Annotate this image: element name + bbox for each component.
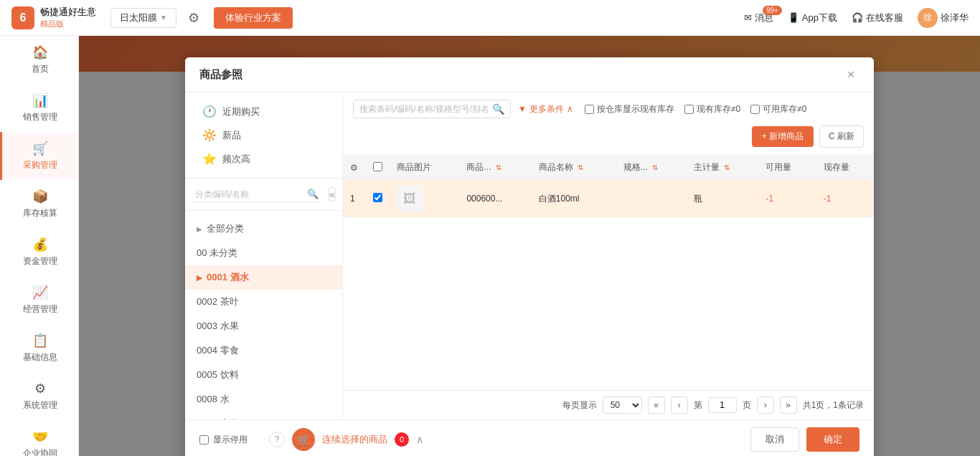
check-available-not-zero[interactable]: 现有库存≠0: [684, 103, 740, 115]
category-0005[interactable]: 0005 饮料: [185, 363, 342, 387]
product-search-icon[interactable]: 🔍: [492, 103, 504, 115]
category-search-icon[interactable]: 🔍: [307, 189, 319, 199]
logo: 6 畅捷通好生意 精品版: [11, 6, 96, 29]
category-0005-label: 0005 饮料: [197, 369, 239, 381]
category-0003[interactable]: 0003 水果: [185, 314, 342, 338]
all-arrow: ▶: [197, 225, 202, 233]
th-unit[interactable]: 主计量 ⇅: [687, 156, 759, 180]
selected-products-text: 连续选择的商品: [322, 433, 387, 446]
col-spec-sort: ⇅: [652, 163, 658, 171]
row-stock: -1: [816, 180, 874, 218]
message-badge: 99+: [763, 6, 782, 15]
store-name: 日太阳膜: [120, 11, 157, 24]
sidebar-item-finance[interactable]: 💰 资金管理: [0, 228, 78, 276]
refresh-btn[interactable]: C 刷新: [819, 125, 864, 148]
store-selector[interactable]: 日太阳膜 ▼: [110, 8, 176, 28]
frequent-label: 频次高: [222, 153, 250, 166]
check-usable-label: 可用库存≠0: [763, 103, 806, 115]
operations-icon: 📈: [32, 285, 48, 300]
warehouse-checkbox[interactable]: [585, 105, 594, 114]
table-row[interactable]: 1 🖼 000600... 白酒100ml: [343, 180, 874, 218]
logo-sub: 精品版: [40, 19, 96, 29]
add-product-btn[interactable]: + 新增商品: [752, 126, 814, 147]
last-page-btn[interactable]: »: [780, 396, 797, 414]
sidebar-item-basic[interactable]: 📋 基础信息: [0, 324, 78, 372]
sidebar-label-purchase: 采购管理: [23, 159, 57, 171]
home-icon: 🏠: [32, 44, 48, 60]
product-search-input[interactable]: [359, 104, 492, 114]
filter-more-btn[interactable]: ▼ 更多条件 ∧: [518, 103, 573, 115]
sidebar-item-home[interactable]: 🏠 首页: [0, 36, 78, 84]
cart-btn[interactable]: 🛒: [292, 428, 315, 451]
message-btn[interactable]: ✉ 消息 99+: [744, 11, 773, 24]
th-image: 商品图片: [390, 156, 459, 180]
column-settings-icon[interactable]: ⚙: [350, 163, 358, 173]
category-0004[interactable]: 0004 零食: [185, 338, 342, 363]
category-0010[interactable]: 0010 家电: [185, 412, 342, 419]
product-search-wrap: 🔍: [353, 100, 511, 118]
page-size-label: 每页显示: [562, 399, 597, 412]
category-0002[interactable]: 0002 茶叶: [185, 290, 342, 314]
selected-count-badge: 0: [395, 432, 409, 447]
check-by-warehouse[interactable]: 按仓库显示现有库存: [585, 103, 674, 115]
th-check: [366, 156, 390, 180]
th-code[interactable]: 商品... ⇅: [459, 156, 531, 180]
product-table-wrap: ⚙ 商品图片 商品... ⇅: [343, 156, 874, 390]
confirm-btn[interactable]: 确定: [806, 427, 859, 452]
category-00[interactable]: 00 未分类: [185, 241, 342, 265]
purchase-icon: 🛒: [32, 141, 48, 156]
th-spec[interactable]: 规格... ⇅: [616, 156, 687, 180]
product-table: ⚙ 商品图片 商品... ⇅: [343, 156, 874, 218]
app-download-btn[interactable]: 📱 App下载: [788, 11, 837, 24]
sidebar-item-enterprise[interactable]: 🤝 企业协同: [0, 420, 78, 456]
available-not-zero-checkbox[interactable]: [684, 105, 694, 114]
category-0008[interactable]: 0008 水: [185, 387, 342, 412]
sidebar-item-inventory[interactable]: 📦 库存核算: [0, 180, 78, 228]
show-disabled-label[interactable]: 显示停用: [199, 434, 248, 446]
col-code-label: 商品...: [466, 162, 491, 172]
sidebar-item-system[interactable]: ⚙ 系统管理: [0, 372, 78, 420]
page-size-select[interactable]: 50 100 200: [603, 396, 642, 414]
experience-btn[interactable]: 体验行业方案: [214, 7, 293, 29]
sidebar-label-system: 系统管理: [23, 399, 57, 412]
cancel-btn[interactable]: 取消: [750, 427, 799, 452]
quick-access-recent[interactable]: 🕐 近期购买: [194, 100, 334, 123]
sidebar-item-operations[interactable]: 📈 经营管理: [0, 276, 78, 324]
recent-icon: 🕐: [202, 105, 217, 118]
select-all-checkbox[interactable]: [373, 162, 382, 171]
th-settings[interactable]: ⚙: [343, 156, 366, 180]
next-page-btn[interactable]: ›: [757, 396, 774, 414]
quick-access-new[interactable]: 🔆 新品: [194, 123, 334, 147]
filter-checkboxes: 按仓库显示现有库存 现有库存≠0 可用库存≠0: [585, 103, 807, 115]
prev-page-btn[interactable]: ‹: [671, 396, 688, 414]
category-search-input[interactable]: [195, 189, 303, 199]
category-0008-label: 0008 水: [197, 393, 230, 406]
row-checkbox[interactable]: [373, 193, 382, 202]
enterprise-icon: 🤝: [32, 429, 48, 445]
first-page-btn[interactable]: «: [648, 396, 665, 414]
settings-icon[interactable]: ⚙: [182, 6, 205, 29]
product-modal: 商品参照 × 🕐 近期购买 🔆 新品: [185, 57, 874, 456]
th-name[interactable]: 商品名称 ⇅: [532, 156, 616, 180]
collapse-left-btn[interactable]: «: [329, 187, 336, 201]
modal-left-panel: 🕐 近期购买 🔆 新品 ⭐ 频次高: [185, 92, 343, 419]
quick-access-frequent[interactable]: ⭐ 频次高: [194, 147, 334, 171]
category-0001[interactable]: ▶ 0001 酒水: [185, 265, 342, 290]
help-icon[interactable]: ?: [269, 432, 285, 447]
row-checkbox-cell[interactable]: [366, 180, 390, 218]
user-name: 徐泽华: [941, 11, 969, 24]
total-info: 共1页，1条记录: [803, 399, 864, 412]
user-profile[interactable]: 徐 徐泽华: [918, 8, 969, 28]
page-input[interactable]: [708, 397, 737, 413]
usable-not-zero-checkbox[interactable]: [750, 105, 760, 114]
modal-close-btn[interactable]: ×: [842, 66, 859, 83]
headset-icon: 🎧: [852, 12, 863, 23]
category-all[interactable]: ▶ 全部分类: [185, 217, 342, 241]
online-service-btn[interactable]: 🎧 在线客服: [852, 11, 903, 24]
show-disabled-checkbox[interactable]: [199, 435, 209, 445]
sidebar-item-purchase[interactable]: 🛒 采购管理: [0, 132, 78, 180]
sidebar-item-sales[interactable]: 📊 销售管理: [0, 84, 78, 132]
new-label: 新品: [222, 129, 241, 142]
check-usable-not-zero[interactable]: 可用库存≠0: [750, 103, 806, 115]
collapse-footer-btn[interactable]: ∧: [416, 434, 423, 445]
